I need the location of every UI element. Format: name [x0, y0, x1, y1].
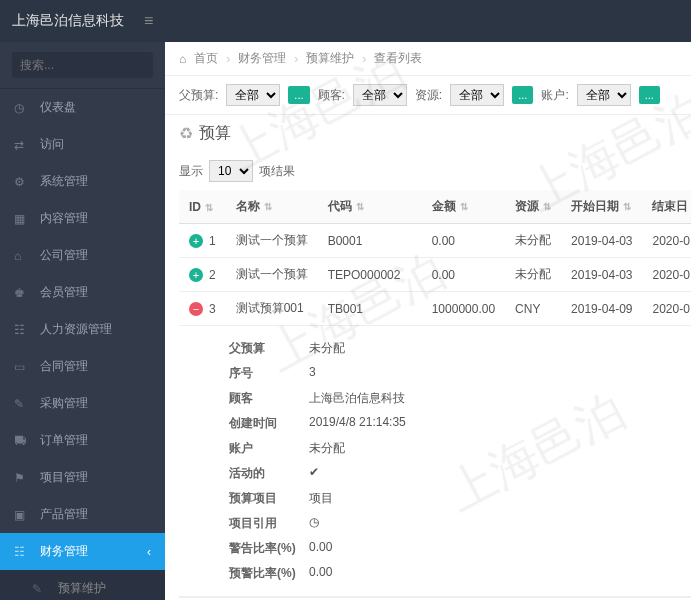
page-size-select[interactable]: 10	[209, 160, 253, 182]
budget-table: ID⇅ 名称⇅ 代码⇅ 金额⇅ 资源⇅ 开始日期⇅ 结束日 +1 测试一个预算 …	[179, 190, 691, 600]
detail-value: 3	[309, 365, 316, 382]
detail-label: 预算项目	[229, 490, 309, 507]
filter-parent-label: 父预算:	[179, 87, 218, 104]
sidebar-item-contract[interactable]: ▭合同管理	[0, 348, 165, 385]
sort-icon: ⇅	[356, 201, 364, 212]
filter-customer-select[interactable]: 全部	[353, 84, 407, 106]
cell-resource: 未分配	[505, 224, 561, 258]
cell-id: 2	[209, 268, 216, 282]
breadcrumb-item: 查看列表	[374, 50, 422, 67]
detail-label: 创建时间	[229, 415, 309, 432]
cell-id: 1	[209, 234, 216, 248]
member-icon: ♚	[14, 286, 30, 300]
collapse-icon[interactable]: −	[189, 302, 203, 316]
brand-title: 上海邑泊信息科技	[12, 12, 124, 30]
sidebar-item-label: 预算维护	[58, 580, 106, 597]
sidebar-item-hr[interactable]: ☷人力资源管理	[0, 311, 165, 348]
sidebar-item-system[interactable]: ⚙系统管理	[0, 163, 165, 200]
cell-start: 2019-04-03	[561, 258, 642, 292]
hr-icon: ☷	[14, 323, 30, 337]
col-name[interactable]: 名称⇅	[226, 190, 318, 224]
filter-account-select[interactable]: 全部	[577, 84, 631, 106]
expand-icon[interactable]: +	[189, 234, 203, 248]
cell-resource: CNY	[505, 292, 561, 326]
col-start[interactable]: 开始日期⇅	[561, 190, 642, 224]
detail-label: 活动的	[229, 465, 309, 482]
detail-label: 顾客	[229, 390, 309, 407]
cell-name: 测试一个预算	[226, 258, 318, 292]
cell-code: TEPO000002	[318, 258, 422, 292]
filter-account-btn[interactable]: ...	[639, 86, 660, 104]
col-end[interactable]: 结束日	[642, 190, 691, 224]
sidebar-item-finance[interactable]: ☷财务管理‹	[0, 533, 165, 570]
show-label: 显示	[179, 163, 203, 180]
filter-resource-select[interactable]: 全部	[450, 84, 504, 106]
finance-icon: ☷	[14, 545, 30, 559]
sort-icon: ⇅	[264, 201, 272, 212]
col-amount[interactable]: 金额⇅	[422, 190, 505, 224]
detail-value: 项目	[309, 490, 333, 507]
cell-amount: 0.00	[422, 224, 505, 258]
sort-icon: ⇅	[460, 201, 468, 212]
sidebar-item-label: 人力资源管理	[40, 321, 112, 338]
sidebar-item-project[interactable]: ⚑项目管理	[0, 459, 165, 496]
sort-icon: ⇅	[205, 202, 213, 213]
breadcrumb-item[interactable]: 预算维护	[306, 50, 354, 67]
filter-parent-btn[interactable]: ...	[288, 86, 309, 104]
table-row[interactable]: +1 测试一个预算 B0001 0.00 未分配 2019-04-03 2020…	[179, 224, 691, 258]
sidebar-item-label: 订单管理	[40, 432, 88, 449]
cell-code: TB001	[318, 292, 422, 326]
order-icon: ⛟	[14, 434, 30, 448]
project-icon: ⚑	[14, 471, 30, 485]
sidebar-item-access[interactable]: ⇄访问	[0, 126, 165, 163]
sidebar-item-content[interactable]: ▦内容管理	[0, 200, 165, 237]
search-input[interactable]	[12, 52, 153, 78]
sidebar-item-label: 合同管理	[40, 358, 88, 375]
sidebar-item-company[interactable]: ⌂公司管理	[0, 237, 165, 274]
filter-parent-select[interactable]: 全部	[226, 84, 280, 106]
breadcrumb-sep: ›	[294, 52, 298, 66]
sidebar-item-label: 采购管理	[40, 395, 88, 412]
breadcrumb: ⌂ 首页› 财务管理› 预算维护› 查看列表	[165, 42, 691, 76]
cell-end: 2020-0	[642, 258, 691, 292]
breadcrumb-sep: ›	[362, 52, 366, 66]
sidebar-item-label: 财务管理	[40, 543, 88, 560]
home-icon[interactable]: ⌂	[179, 52, 186, 66]
sidebar-item-purchase[interactable]: ✎采购管理	[0, 385, 165, 422]
cell-end: 2020-0	[642, 292, 691, 326]
cell-amount: 0.00	[422, 258, 505, 292]
col-code[interactable]: 代码⇅	[318, 190, 422, 224]
cell-end: 2020-0	[642, 224, 691, 258]
breadcrumb-item[interactable]: 财务管理	[238, 50, 286, 67]
refresh-icon[interactable]: ♻	[179, 124, 193, 143]
detail-row-expanded: 父预算未分配 序号3 顾客上海邑泊信息科技 创建时间2019/4/8 21:14…	[179, 326, 691, 598]
detail-label: 项目引用	[229, 515, 309, 532]
breadcrumb-item[interactable]: 首页	[194, 50, 218, 67]
purchase-icon: ✎	[14, 397, 30, 411]
sidebar-item-label: 访问	[40, 136, 64, 153]
subnav-budget-maintain[interactable]: ✎预算维护	[0, 570, 165, 600]
sort-icon: ⇅	[623, 201, 631, 212]
detail-label: 警告比率(%)	[229, 540, 309, 557]
sidebar-item-product[interactable]: ▣产品管理	[0, 496, 165, 533]
col-id[interactable]: ID⇅	[179, 190, 226, 224]
cell-name: 测试一个预算	[226, 224, 318, 258]
system-icon: ⚙	[14, 175, 30, 189]
sidebar-item-label: 会员管理	[40, 284, 88, 301]
menu-toggle-icon[interactable]: ≡	[144, 12, 153, 30]
company-icon: ⌂	[14, 249, 30, 263]
table-row[interactable]: −3 测试预算001 TB001 1000000.00 CNY 2019-04-…	[179, 292, 691, 326]
filter-resource-btn[interactable]: ...	[512, 86, 533, 104]
sidebar-item-order[interactable]: ⛟订单管理	[0, 422, 165, 459]
expand-icon[interactable]: +	[189, 268, 203, 282]
sidebar-item-dashboard[interactable]: ◷仪表盘	[0, 89, 165, 126]
detail-label: 序号	[229, 365, 309, 382]
detail-label: 父预算	[229, 340, 309, 357]
chevron-down-icon: ‹	[147, 545, 151, 559]
sidebar-item-label: 系统管理	[40, 173, 88, 190]
col-resource[interactable]: 资源⇅	[505, 190, 561, 224]
sidebar-item-member[interactable]: ♚会员管理	[0, 274, 165, 311]
table-row[interactable]: +2 测试一个预算 TEPO000002 0.00 未分配 2019-04-03…	[179, 258, 691, 292]
sidebar-item-label: 公司管理	[40, 247, 88, 264]
clock-icon: ◷	[309, 515, 319, 532]
